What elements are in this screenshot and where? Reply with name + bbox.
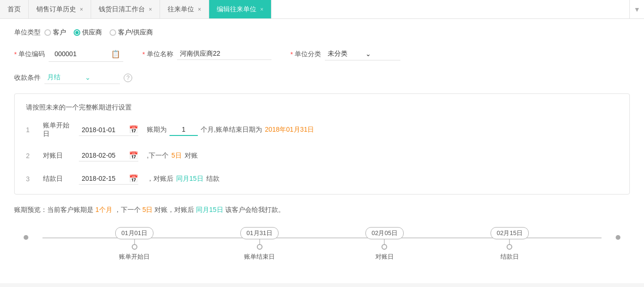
radio-customer[interactable]: 客户	[44, 28, 66, 37]
preview-part2: ，下一个	[114, 206, 141, 213]
timeline-point-3: 02月05日 对账日	[365, 227, 404, 261]
period-end-date-highlight: 2018年01月31日	[265, 126, 314, 134]
payment-condition-arrow-icon[interactable]: ⌄	[82, 72, 120, 83]
unit-class-arrow-icon[interactable]: ⌄	[363, 48, 400, 59]
timeline-point-2: 01月31日 账单结束日	[240, 227, 279, 261]
timeline-connector-2	[259, 239, 260, 244]
unit-class-dropdown[interactable]: 未分类 ⌄	[325, 48, 400, 60]
radio-supplier-circle	[74, 29, 80, 36]
timeline-label-1: 账单开始日	[119, 253, 150, 261]
unit-class-star: *	[290, 51, 293, 58]
tab-cash-work-close[interactable]: ×	[149, 6, 152, 13]
tab-edit-partner[interactable]: 编辑往来单位 ×	[209, 0, 271, 18]
timeline-point-4: 02月15日 结款日	[491, 227, 529, 261]
unit-code-input[interactable]	[51, 48, 108, 59]
period-date-input-2: 📅	[79, 150, 138, 161]
period-date-field-3[interactable]	[79, 173, 126, 184]
unit-type-label: 单位类型	[14, 28, 41, 37]
period-date-field-2[interactable]	[79, 150, 126, 161]
unit-name-star: *	[142, 51, 144, 58]
unit-name-group: * 单位名称	[142, 48, 271, 60]
timeline-dot-1	[132, 244, 137, 250]
payment-condition-dropdown[interactable]: 月结 ⌄	[44, 71, 120, 84]
timeline-connector-4	[509, 239, 510, 244]
timeline-badge-2: 01月31日	[240, 227, 279, 239]
timeline-left-end-dot	[24, 235, 28, 240]
timeline-label-3: 对账日	[375, 253, 394, 261]
period-calendar-icon-2[interactable]: 📅	[129, 151, 138, 160]
radio-customer-circle	[44, 29, 51, 36]
payment-condition-label: 收款条件	[14, 74, 41, 82]
radio-both-circle	[110, 29, 116, 36]
tab-home[interactable]: 首页	[0, 0, 29, 18]
preview-suffix: 该客户会给我打款。	[225, 206, 285, 213]
tab-expand-button[interactable]: ▼	[629, 0, 644, 18]
timeline-start-dot	[24, 235, 28, 240]
payment-condition-value: 月结	[44, 71, 82, 84]
tab-edit-partner-close[interactable]: ×	[260, 6, 263, 13]
timeline-badge-4: 02月15日	[491, 227, 529, 239]
timeline-items: 01月01日 账单开始日 01月31日 账单结束日 02月05日 对账日	[24, 227, 620, 261]
unit-class-value: 未分类	[325, 48, 363, 60]
unit-name-input[interactable]	[177, 48, 271, 60]
period-row-1: 1 账单开始日 📅 账期为 个月,账单结束日期为 2018年01月31日	[26, 121, 618, 138]
timeline-dot-2	[257, 244, 263, 250]
radio-both-label: 客户/供应商	[118, 28, 153, 37]
period-date-field-1[interactable]	[79, 124, 126, 135]
period-num-3: 3	[26, 175, 35, 183]
unit-name-label: 单位名称	[147, 50, 173, 59]
period-calendar-icon-3[interactable]: 📅	[129, 174, 138, 183]
preview-part5: 同月15日	[196, 206, 223, 213]
tab-sales-order[interactable]: 销售订单历史 ×	[29, 0, 91, 18]
period-label-period: 账期为	[147, 126, 167, 134]
unit-code-group: * 单位编码 📋	[14, 46, 123, 62]
period-row3-suffix-post: 结款	[206, 175, 220, 183]
timeline-badge-1: 01月01日	[115, 227, 153, 239]
timeline-container: 01月01日 账单开始日 01月31日 账单结束日 02月05日 对账日	[14, 227, 630, 261]
timeline-connector-3	[384, 239, 385, 244]
period-months-group	[169, 124, 198, 136]
payment-condition-row: 收款条件 月结 ⌄ ?	[14, 71, 630, 84]
period-num-2: 2	[26, 152, 35, 160]
radio-supplier[interactable]: 供应商	[74, 28, 102, 37]
period-row-3: 3 结款日 📅 ，对账后 同月15日 结款	[26, 173, 618, 185]
tab-sales-order-close[interactable]: ×	[80, 6, 83, 13]
radio-both[interactable]: 客户/供应商	[110, 28, 153, 37]
period-date-input-1: 📅	[79, 124, 138, 136]
period-row2-highlight: 5日	[171, 152, 182, 160]
timeline-label-2: 账单结束日	[244, 253, 275, 261]
radio-customer-label: 客户	[53, 28, 66, 37]
period-calendar-icon-1[interactable]: 📅	[129, 125, 138, 134]
payment-condition-help-icon[interactable]: ?	[124, 74, 132, 82]
unit-type-row: 单位类型 客户 供应商 客户/供应商	[14, 28, 630, 37]
timeline-right-end-dot	[616, 235, 620, 240]
unit-class-group: * 单位分类 未分类 ⌄	[290, 48, 400, 60]
unit-info-row: * 单位编码 📋 * 单位名称 * 单位分类 未分类 ⌄	[14, 46, 630, 62]
period-num-1: 1	[26, 126, 35, 134]
timeline-label-4: 结款日	[500, 253, 519, 261]
main-content: 单位类型 客户 供应商 客户/供应商 * 单位编码 📋	[0, 19, 644, 283]
preview-part3: 5日	[142, 206, 153, 213]
timeline-point-1: 01月01日 账单开始日	[115, 227, 153, 261]
period-row3-suffix-pre: ，对账后	[147, 175, 173, 183]
unit-code-calendar-icon[interactable]: 📋	[111, 50, 120, 59]
period-label-1: 账单开始日	[43, 121, 71, 138]
period-row-2: 2 对账日 📅 ,下一个 5日 对账	[26, 150, 618, 161]
period-settings-box: 请按照未来的一个完整帐期进行设置 1 账单开始日 📅 账期为 个月,账单结束日期…	[14, 93, 630, 194]
tab-partner-unit-label: 往来单位	[168, 5, 194, 14]
unit-code-star: *	[14, 51, 17, 58]
period-row2-suffix-post: 对账	[185, 152, 198, 160]
tab-partner-unit-close[interactable]: ×	[198, 6, 201, 13]
timeline-end-dot	[616, 235, 620, 240]
preview-prefix: 账期预览：当前客户账期是	[14, 206, 93, 213]
tab-bar: 首页 销售订单历史 × 钱货日清工作台 × 往来单位 × 编辑往来单位 × ▼	[0, 0, 644, 19]
period-months-input[interactable]	[169, 124, 198, 136]
tab-cash-work-label: 钱货日清工作台	[99, 5, 145, 14]
period-row2-suffix-pre: ,下一个	[147, 152, 169, 160]
preview-part4: 对账，对账后	[154, 206, 194, 213]
tab-partner-unit[interactable]: 往来单位 ×	[160, 0, 209, 18]
timeline-badge-3: 02月05日	[365, 227, 404, 239]
unit-type-radio-group: 客户 供应商 客户/供应商	[44, 28, 153, 37]
tab-cash-work[interactable]: 钱货日清工作台 ×	[91, 0, 160, 18]
tab-sales-order-label: 销售订单历史	[36, 5, 76, 14]
